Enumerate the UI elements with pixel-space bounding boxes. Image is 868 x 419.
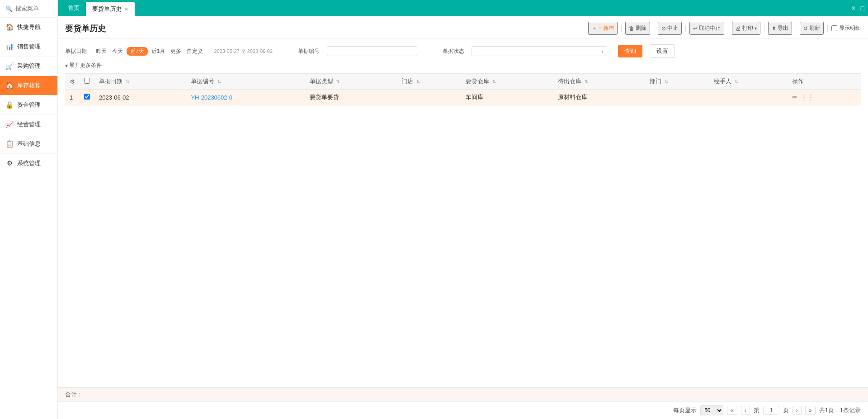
cancel-stop-icon: ↩ bbox=[693, 25, 698, 32]
stop-button[interactable]: ⊘ 中止 bbox=[658, 22, 682, 35]
sidebar-item-finance[interactable]: 🔒资金管理 bbox=[0, 95, 57, 115]
total-info: 共1页，1条记录 bbox=[819, 406, 861, 414]
expand-label: 展开更多条件 bbox=[69, 62, 102, 69]
content-area: 要货单历史 ＋ + 新增 🗑 删除 ⊘ 中止 ↩ bbox=[58, 16, 868, 419]
tab-home[interactable]: 首页 bbox=[61, 0, 86, 16]
bill-no-input[interactable] bbox=[327, 46, 417, 56]
first-page-button[interactable]: « bbox=[727, 406, 737, 415]
cell-bill-type: 要货单要货 bbox=[305, 90, 397, 105]
print-icon: 🖨 bbox=[736, 25, 741, 32]
last-page-button[interactable]: » bbox=[805, 406, 816, 415]
date-filter-buttons: 昨天今天近7天近1月更多自定义 bbox=[94, 47, 205, 56]
cell-checkbox bbox=[80, 90, 94, 105]
page-label: 第 bbox=[754, 406, 760, 414]
divider-7 bbox=[827, 25, 828, 32]
refresh-icon: ↺ bbox=[803, 25, 808, 32]
col-actions: 操作 bbox=[788, 74, 861, 90]
settings-button[interactable]: 设置 bbox=[650, 44, 675, 58]
sidebar-item-operations[interactable]: 📈经营管理 bbox=[0, 115, 57, 134]
toolbar: ＋ + 新增 🗑 删除 ⊘ 中止 ↩ 取消中止 bbox=[588, 22, 861, 35]
prev-page-button[interactable]: ‹ bbox=[741, 406, 750, 415]
col-store[interactable]: 门店 ⇅ bbox=[397, 74, 461, 90]
bill-status-input[interactable] bbox=[472, 46, 607, 56]
tab-close-history[interactable]: ✕ bbox=[124, 6, 128, 12]
col-bill-type[interactable]: 单据类型 ⇅ bbox=[305, 74, 397, 90]
show-detail-checkbox[interactable] bbox=[831, 25, 837, 31]
date-btn-3[interactable]: 近1月 bbox=[150, 47, 167, 56]
select-all-checkbox[interactable] bbox=[84, 78, 90, 84]
divider-6 bbox=[796, 25, 796, 32]
col-bill-no[interactable]: 单据编号 ⇅ bbox=[186, 74, 305, 90]
date-btn-1[interactable]: 今天 bbox=[110, 47, 125, 56]
main-area: 首页要货单历史 ✕ ✕ □ 要货单历史 ＋ + 新增 🗑 删除 bbox=[58, 0, 868, 419]
sidebar-icon-sales: 📊 bbox=[5, 43, 14, 51]
new-button[interactable]: ＋ + 新增 bbox=[588, 22, 618, 35]
date-btn-4[interactable]: 更多 bbox=[169, 47, 183, 56]
cell-req-warehouse: 车间库 bbox=[461, 90, 553, 105]
page-header: 要货单历史 ＋ + 新增 🗑 删除 ⊘ 中止 ↩ bbox=[58, 16, 868, 39]
sidebar-item-inventory[interactable]: 🏠库存核算 bbox=[0, 76, 57, 95]
cell-store bbox=[397, 90, 461, 105]
col-settings[interactable]: ⚙ bbox=[65, 74, 80, 90]
sidebar-icon-inventory: 🏠 bbox=[5, 81, 14, 90]
bill-status-label: 单据状态 bbox=[443, 48, 464, 55]
delete-button[interactable]: 🗑 删除 bbox=[625, 22, 650, 35]
export-button[interactable]: ⬆ 导出 bbox=[768, 22, 792, 35]
sidebar-item-sales[interactable]: 📊销售管理 bbox=[0, 37, 57, 57]
col-handler[interactable]: 经手人 ⇅ bbox=[709, 74, 788, 90]
divider-4 bbox=[728, 25, 728, 32]
search-icon: 🔍 bbox=[5, 5, 13, 12]
sidebar-icon-system: ⚙ bbox=[5, 159, 14, 167]
show-detail-container: 显示明细 bbox=[831, 24, 861, 32]
sidebar-label-inventory: 库存核算 bbox=[17, 81, 41, 90]
col-req-warehouse[interactable]: 要货仓库 ⇅ bbox=[461, 74, 553, 90]
sidebar-label-sales: 销售管理 bbox=[17, 43, 41, 51]
next-page-button[interactable]: › bbox=[793, 406, 802, 415]
sidebar-search[interactable]: 🔍 搜索菜单 bbox=[0, 0, 57, 18]
table-row[interactable]: 1 2023-06-02 YH-20230602-0 要货单要货 车间库 原材料… bbox=[65, 90, 861, 105]
page-input[interactable] bbox=[763, 406, 779, 415]
date-btn-2[interactable]: 近7天 bbox=[127, 47, 148, 56]
row-checkbox[interactable] bbox=[84, 94, 90, 100]
action-more-icon[interactable]: ⋮⋮ bbox=[801, 93, 814, 101]
filter-row-1: 单据日期 昨天今天近7天近1月更多自定义 2023-05-27 至 2023-0… bbox=[65, 44, 861, 58]
cancel-stop-button[interactable]: ↩ 取消中止 bbox=[689, 22, 724, 35]
query-button[interactable]: 查询 bbox=[618, 45, 642, 57]
sidebar-icon-operations: 📈 bbox=[5, 120, 14, 129]
col-bill-date[interactable]: 单据日期 ⇅ bbox=[94, 74, 186, 90]
date-btn-5[interactable]: 自定义 bbox=[185, 47, 205, 56]
sidebar-search-label: 搜索菜单 bbox=[15, 5, 39, 13]
bill-status-container: ▾ bbox=[472, 46, 607, 56]
divider-3 bbox=[685, 25, 686, 32]
footer-total-label: 合计： bbox=[65, 391, 83, 398]
cell-actions: ✏ ⋮⋮ bbox=[788, 90, 861, 105]
date-btn-0[interactable]: 昨天 bbox=[94, 47, 108, 56]
sidebar: 🔍 搜索菜单 🏠快捷导航📊销售管理🛒采购管理🏠库存核算🔒资金管理📈经营管理📋基础… bbox=[0, 0, 58, 419]
col-pending-warehouse[interactable]: 待出仓库 ⇅ bbox=[553, 74, 645, 90]
col-department[interactable]: 部门 ⇅ bbox=[645, 74, 709, 90]
refresh-button[interactable]: ↺ 刷新 bbox=[800, 22, 824, 35]
export-icon: ⬆ bbox=[772, 25, 776, 32]
page-size-select[interactable]: 102050100 bbox=[700, 405, 723, 415]
bill-no-label: 单据编号 bbox=[298, 48, 320, 55]
divider-5 bbox=[764, 25, 764, 32]
window-close-icon[interactable]: ✕ bbox=[851, 5, 856, 12]
tab-history[interactable]: 要货单历史 ✕ bbox=[86, 2, 135, 16]
print-dropdown-icon: ▾ bbox=[755, 26, 757, 31]
sidebar-item-quick-nav[interactable]: 🏠快捷导航 bbox=[0, 18, 57, 37]
cell-bill-no[interactable]: YH-20230602-0 bbox=[186, 90, 305, 105]
expand-button[interactable]: ▾ 展开更多条件 bbox=[65, 62, 861, 69]
pagination-bar: 每页显示 102050100 « ‹ 第 页 › » 共1页，1条记录 bbox=[58, 401, 868, 419]
window-max-icon[interactable]: □ bbox=[861, 5, 864, 12]
sidebar-item-system[interactable]: ⚙系统管理 bbox=[0, 154, 57, 173]
stop-icon: ⊘ bbox=[661, 25, 666, 32]
cell-handler bbox=[709, 90, 788, 105]
sidebar-item-basic[interactable]: 📋基础信息 bbox=[0, 134, 57, 154]
tab-list: 首页要货单历史 ✕ bbox=[61, 0, 135, 16]
sidebar-icon-basic: 📋 bbox=[5, 140, 14, 148]
print-button[interactable]: 🖨 打印 ▾ bbox=[732, 22, 760, 35]
new-icon: ＋ bbox=[592, 24, 597, 32]
table-body: 1 2023-06-02 YH-20230602-0 要货单要货 车间库 原材料… bbox=[65, 90, 861, 105]
sidebar-item-purchase[interactable]: 🛒采购管理 bbox=[0, 57, 57, 76]
action-edit-icon[interactable]: ✏ bbox=[792, 93, 798, 101]
